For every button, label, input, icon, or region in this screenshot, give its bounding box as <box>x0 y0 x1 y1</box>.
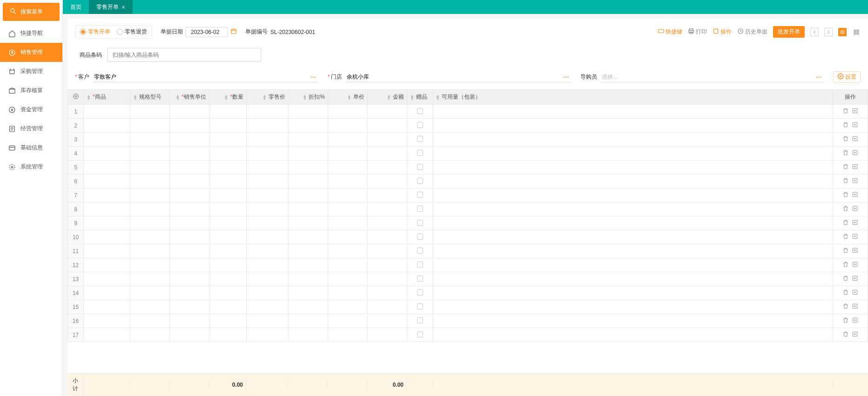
cell-qty[interactable] <box>209 314 247 328</box>
gift-checkbox[interactable] <box>417 178 423 184</box>
cell-unit[interactable] <box>170 202 209 216</box>
cell-retail-price[interactable] <box>247 314 289 328</box>
add-row-button[interactable] <box>852 234 858 241</box>
delete-row-button[interactable] <box>842 262 849 269</box>
cell-unit[interactable] <box>170 216 209 230</box>
cell-discount[interactable] <box>289 133 328 147</box>
cell-unit[interactable] <box>170 258 209 272</box>
table-row[interactable]: 16 <box>68 314 868 328</box>
sidebar-item-0[interactable]: 快捷导航 <box>0 24 62 43</box>
table-row[interactable]: 12 <box>68 258 868 272</box>
cell-unit[interactable] <box>170 328 209 342</box>
cell-price[interactable] <box>328 230 368 244</box>
cell-retail-price[interactable] <box>247 161 289 175</box>
cell-gift[interactable] <box>407 119 433 133</box>
cell-amount[interactable] <box>368 258 407 272</box>
delete-row-button[interactable] <box>842 276 849 283</box>
cell-product[interactable] <box>84 286 130 300</box>
cell-unit[interactable] <box>170 314 209 328</box>
sidebar-item-4[interactable]: 资金管理 <box>0 100 62 119</box>
cell-gift[interactable] <box>407 147 433 161</box>
add-row-button[interactable] <box>852 262 858 269</box>
col-amount[interactable]: ▲▼金额 <box>368 90 407 105</box>
cell-available[interactable] <box>433 161 833 175</box>
delete-row-button[interactable] <box>842 206 849 213</box>
delete-row-button[interactable] <box>842 332 849 339</box>
cell-discount[interactable] <box>289 300 328 314</box>
cell-qty[interactable] <box>209 300 247 314</box>
cell-spec[interactable] <box>130 328 170 342</box>
cell-retail-price[interactable] <box>247 230 289 244</box>
shortcut-button[interactable]: 快捷键 <box>658 28 682 36</box>
cell-qty[interactable] <box>209 202 247 216</box>
cell-product[interactable] <box>84 175 130 188</box>
cell-amount[interactable] <box>368 286 407 300</box>
cell-gift[interactable] <box>407 230 433 244</box>
cell-available[interactable] <box>433 286 833 300</box>
gift-checkbox[interactable] <box>417 164 423 170</box>
cell-amount[interactable] <box>368 119 407 133</box>
gift-checkbox[interactable] <box>417 289 423 295</box>
cell-qty[interactable] <box>209 105 247 119</box>
cell-price[interactable] <box>328 202 368 216</box>
cell-unit[interactable] <box>170 230 209 244</box>
table-row[interactable]: 8 <box>68 202 868 216</box>
cell-qty[interactable] <box>209 119 247 133</box>
cell-product[interactable] <box>84 119 130 133</box>
delete-row-button[interactable] <box>842 304 849 311</box>
add-row-button[interactable] <box>852 248 858 255</box>
cell-retail-price[interactable] <box>247 286 289 300</box>
cell-retail-price[interactable] <box>247 147 289 161</box>
cell-amount[interactable] <box>368 188 407 202</box>
gift-checkbox[interactable] <box>417 234 423 240</box>
cell-available[interactable] <box>433 314 833 328</box>
gift-checkbox[interactable] <box>417 192 423 198</box>
cell-discount[interactable] <box>289 105 328 119</box>
cell-price[interactable] <box>328 244 368 258</box>
cell-unit[interactable] <box>170 161 209 175</box>
cell-unit[interactable] <box>170 105 209 119</box>
sidebar-item-1[interactable]: 销售管理 <box>0 43 62 62</box>
gift-checkbox[interactable] <box>417 136 423 142</box>
add-row-button[interactable] <box>852 290 858 297</box>
cell-gift[interactable] <box>407 175 433 188</box>
gift-checkbox[interactable] <box>417 220 423 226</box>
cell-spec[interactable] <box>130 244 170 258</box>
table-row[interactable]: 13 <box>68 272 868 286</box>
delete-row-button[interactable] <box>842 136 849 143</box>
table-row[interactable]: 10 <box>68 230 868 244</box>
cell-amount[interactable] <box>368 328 407 342</box>
cell-price[interactable] <box>328 286 368 300</box>
cell-price[interactable] <box>328 272 368 286</box>
top-tab-1[interactable]: 零售开单✕ <box>89 0 133 14</box>
delete-row-button[interactable] <box>842 150 849 157</box>
cell-unit[interactable] <box>170 188 209 202</box>
cell-product[interactable] <box>84 272 130 286</box>
cell-available[interactable] <box>433 258 833 272</box>
cell-amount[interactable] <box>368 230 407 244</box>
guide-lookup-button[interactable]: ··· <box>816 74 822 81</box>
cell-gift[interactable] <box>407 286 433 300</box>
gift-checkbox[interactable] <box>417 331 423 337</box>
gift-checkbox[interactable] <box>417 108 423 114</box>
cell-gift[interactable] <box>407 133 433 147</box>
cell-retail-price[interactable] <box>247 188 289 202</box>
search-menu-button[interactable]: 搜索菜单 <box>3 3 60 21</box>
top-tab-0[interactable]: 首页 <box>63 0 89 14</box>
cell-retail-price[interactable] <box>247 300 289 314</box>
cell-spec[interactable] <box>130 314 170 328</box>
cell-unit[interactable] <box>170 244 209 258</box>
cell-qty[interactable] <box>209 147 247 161</box>
cell-amount[interactable] <box>368 314 407 328</box>
cell-qty[interactable] <box>209 161 247 175</box>
add-row-button[interactable] <box>852 318 858 325</box>
cell-spec[interactable] <box>130 216 170 230</box>
cell-gift[interactable] <box>407 258 433 272</box>
add-row-button[interactable] <box>852 136 858 143</box>
col-qty[interactable]: ▲▼*数量 <box>209 90 247 105</box>
cell-retail-price[interactable] <box>247 119 289 133</box>
col-discount[interactable]: ▲▼折扣% <box>289 90 328 105</box>
cell-retail-price[interactable] <box>247 216 289 230</box>
table-row[interactable]: 17 <box>68 328 868 342</box>
cell-spec[interactable] <box>130 258 170 272</box>
